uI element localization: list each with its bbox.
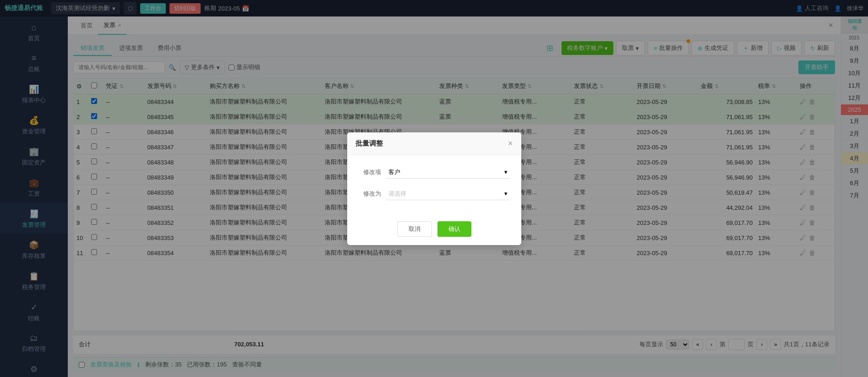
modal-overlay: 批量调整 × 修改项 客户 ▾ 修改为 请选择 ▾ 取消 确认: [0, 0, 868, 377]
form-row-modify-field: 修改项 客户 ▾: [358, 166, 510, 179]
modify-value-select[interactable]: 请选择 ▾: [386, 188, 510, 200]
modal-header: 批量调整 ×: [347, 132, 521, 155]
modify-value-label: 修改为: [358, 190, 381, 198]
modify-field-select[interactable]: 客户 ▾: [386, 166, 510, 179]
form-row-modify-value: 修改为 请选择 ▾: [358, 188, 510, 200]
cancel-btn[interactable]: 取消: [397, 221, 432, 237]
value-chevron-down-icon: ▾: [504, 190, 508, 197]
batch-adjust-modal: 批量调整 × 修改项 客户 ▾ 修改为 请选择 ▾ 取消 确认: [347, 132, 521, 245]
confirm-btn[interactable]: 确认: [437, 221, 471, 237]
modal-body: 修改项 客户 ▾ 修改为 请选择 ▾: [347, 155, 521, 217]
modal-footer: 取消 确认: [347, 217, 521, 245]
modify-field-value: 客户: [388, 168, 400, 176]
field-chevron-down-icon: ▾: [504, 169, 508, 175]
modify-value-placeholder: 请选择: [388, 190, 406, 198]
modal-title: 批量调整: [355, 139, 383, 148]
modal-close-btn[interactable]: ×: [508, 139, 513, 148]
modify-field-label: 修改项: [358, 168, 381, 176]
